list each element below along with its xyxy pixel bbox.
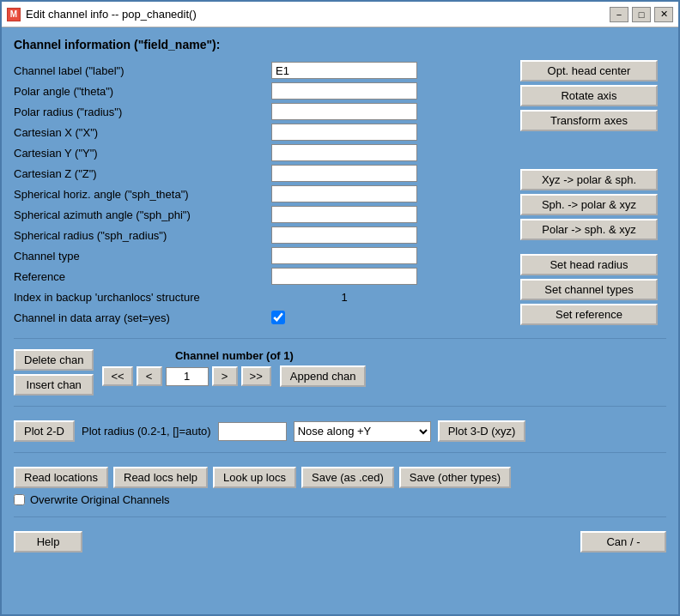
maximize-button[interactable]: □	[632, 7, 651, 22]
field-label-5: Cartesian Z ("Z")	[14, 167, 271, 180]
polar-to-sph-button[interactable]: Polar -> sph. & xyz	[520, 219, 658, 240]
input-sph-radius[interactable]	[271, 226, 417, 244]
nav-section: Channel number (of 1) << < > >> Append c…	[102, 349, 366, 387]
append-chan-button[interactable]: Append chan	[280, 365, 367, 387]
form-row-sph-theta: Spherical horiz. angle ("sph_theta")	[14, 184, 508, 204]
app-icon: M	[7, 8, 21, 21]
plot-3d-button[interactable]: Plot 3-D (xyz)	[438, 420, 526, 442]
input-theta[interactable]	[271, 82, 417, 100]
delete-insert-col: Delete chan Insert chan	[14, 349, 94, 396]
channel-number-title: Channel number (of 1)	[175, 349, 294, 362]
form-row-sph-radius: Spherical radius ("sph_radius")	[14, 225, 508, 245]
main-layout: Channel label ("label") Polar angle ("th…	[14, 60, 666, 328]
set-head-radius-button[interactable]: Set head radius	[520, 254, 658, 275]
set-channel-types-button[interactable]: Set channel types	[520, 279, 658, 300]
save-as-ced-button[interactable]: Save (as .ced)	[301, 467, 394, 488]
nose-select[interactable]: Nose along +Y Nose along +X Nose along -…	[294, 421, 431, 442]
field-label-1: Polar angle ("theta")	[14, 85, 271, 98]
input-y[interactable]	[271, 144, 417, 161]
field-label-10: Reference	[14, 270, 271, 283]
form-row-label: Channel label ("label")	[14, 60, 508, 81]
right-buttons-col: Opt. head center Rotate axis Transform a…	[520, 60, 666, 328]
nav-last-button[interactable]: >>	[241, 366, 271, 386]
input-z[interactable]	[271, 165, 417, 182]
nav-first-button[interactable]: <<	[102, 366, 132, 386]
form-row-sph-phi: Spherical azimuth angle ("sph_phi")	[14, 204, 508, 225]
field-label-9: Channel type	[14, 250, 271, 263]
form-row-z: Cartesian Z ("Z")	[14, 163, 508, 184]
field-label-11: Index in backup 'urchanlocs' structure	[14, 291, 271, 304]
title-buttons: − □ ✕	[610, 7, 673, 22]
plot-row: Plot 2-D Plot radius (0.2-1, []=auto) No…	[14, 420, 666, 442]
nav-next-button[interactable]: >	[212, 366, 238, 386]
read-locations-button[interactable]: Read locations	[14, 467, 108, 488]
footer-row: Help Can / -	[14, 531, 666, 553]
title-bar-left: M Edit channel info -- pop_chanedit()	[7, 8, 197, 21]
field-label-7: Spherical azimuth angle ("sph_phi")	[14, 208, 271, 221]
field-label-8: Spherical radius ("sph_radius")	[14, 229, 271, 242]
input-sph-theta[interactable]	[271, 185, 417, 202]
save-other-types-button[interactable]: Save (other types)	[399, 467, 511, 488]
divider-1	[14, 338, 666, 339]
plot-radius-label: Plot radius (0.2-1, []=auto)	[82, 425, 211, 438]
form-row-channel-type: Channel type	[14, 245, 508, 266]
read-locs-help-button[interactable]: Read locs help	[113, 467, 208, 488]
form-row-reference: Reference	[14, 266, 508, 287]
field-label-4: Cartesian Y ("Y")	[14, 147, 271, 160]
rotate-axis-button[interactable]: Rotate axis	[520, 85, 658, 106]
plot-radius-input[interactable]	[218, 422, 287, 441]
form-row-theta: Polar angle ("theta")	[14, 81, 508, 101]
input-label[interactable]	[271, 62, 417, 79]
xyz-to-polar-button[interactable]: Xyz -> polar & sph.	[520, 169, 658, 190]
set-reference-button[interactable]: Set reference	[520, 304, 658, 325]
delete-chan-button[interactable]: Delete chan	[14, 349, 94, 371]
field-label-2: Polar radius ("radius")	[14, 106, 271, 118]
channel-number-section: Delete chan Insert chan Channel number (…	[14, 349, 666, 396]
divider-3	[14, 452, 666, 453]
field-label-12: Channel in data array (set=yes)	[14, 311, 271, 324]
insert-chan-button[interactable]: Insert chan	[14, 374, 94, 396]
overwrite-checkbox[interactable]	[14, 494, 25, 505]
divider-4	[14, 516, 666, 517]
form-row-radius: Polar radius ("radius")	[14, 101, 508, 122]
bottom-buttons-row: Read locations Read locs help Look up lo…	[14, 467, 666, 488]
opt-head-center-button[interactable]: Opt. head center	[520, 60, 658, 82]
divider-2	[14, 406, 666, 407]
cancel-button[interactable]: Can / -	[580, 531, 666, 553]
minimize-button[interactable]: −	[610, 7, 628, 22]
input-channel-type[interactable]	[271, 247, 417, 264]
main-window: M Edit channel info -- pop_chanedit() − …	[0, 0, 680, 616]
overwrite-label: Overwrite Original Channels	[30, 493, 170, 506]
input-sph-phi[interactable]	[271, 206, 417, 223]
checkbox-channel-in-data[interactable]	[271, 311, 285, 324]
window-title: Edit channel info -- pop_chanedit()	[26, 8, 197, 21]
nav-prev-button[interactable]: <	[137, 366, 162, 386]
form-row-x: Cartesian X ("X")	[14, 122, 508, 142]
overwrite-row: Overwrite Original Channels	[14, 493, 666, 506]
form-row-index: Index in backup 'urchanlocs' structure 1	[14, 287, 508, 307]
field-label-3: Cartesian X ("X")	[14, 126, 271, 139]
form-area: Channel label ("label") Polar angle ("th…	[14, 60, 508, 328]
value-index: 1	[271, 291, 417, 304]
content-area: Channel information ("field_name"): Chan…	[2, 27, 678, 614]
help-button[interactable]: Help	[14, 531, 82, 553]
input-reference[interactable]	[271, 268, 417, 285]
input-radius[interactable]	[271, 103, 417, 120]
form-row-checkbox: Channel in data array (set=yes)	[14, 307, 508, 328]
channel-number-input[interactable]	[166, 367, 209, 386]
field-label-6: Spherical horiz. angle ("sph_theta")	[14, 188, 271, 201]
close-button[interactable]: ✕	[654, 7, 673, 22]
sph-to-polar-button[interactable]: Sph. -> polar & xyz	[520, 194, 658, 215]
input-x[interactable]	[271, 124, 417, 141]
transform-axes-button[interactable]: Transform axes	[520, 110, 658, 131]
look-up-locs-button[interactable]: Look up locs	[213, 467, 296, 488]
title-bar: M Edit channel info -- pop_chanedit() − …	[2, 2, 678, 27]
section-title: Channel information ("field_name"):	[14, 38, 666, 51]
nav-row: << < > >> Append chan	[102, 365, 366, 387]
form-row-y: Cartesian Y ("Y")	[14, 142, 508, 163]
field-label-0: Channel label ("label")	[14, 64, 271, 77]
plot-2d-button[interactable]: Plot 2-D	[14, 420, 75, 442]
